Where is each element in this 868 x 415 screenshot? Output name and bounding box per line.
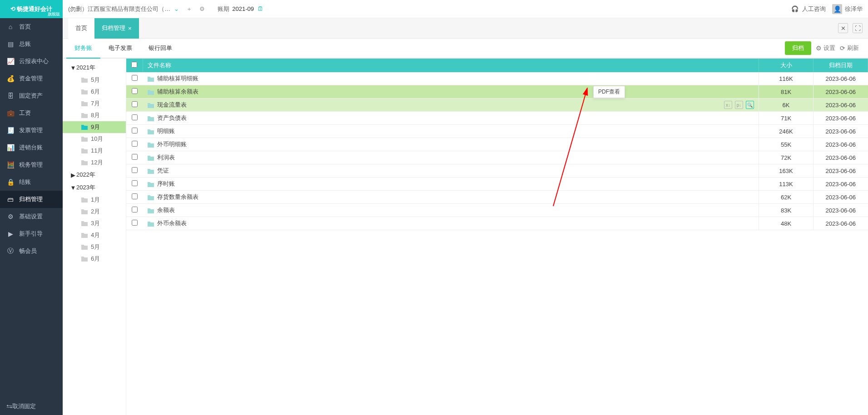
download-pdf-icon[interactable]: p↓ (735, 101, 743, 109)
sidebar-item-invoice[interactable]: 🧾发票管理 (0, 122, 63, 139)
row-checkbox[interactable] (126, 85, 143, 99)
row-checkbox[interactable] (126, 125, 143, 138)
row-checkbox[interactable] (126, 112, 143, 125)
row-checkbox[interactable] (126, 204, 143, 217)
chevron-down-icon[interactable]: ⌄ (174, 5, 179, 12)
tree-month[interactable]: 8月 (63, 109, 126, 121)
user-menu[interactable]: 👤 徐泽华 (832, 4, 863, 14)
table-row[interactable]: 外币余额表48K2023-06-06 (126, 217, 868, 230)
sidebar-item-money[interactable]: 💰资金管理 (0, 70, 63, 87)
tree-month[interactable]: 3月 (63, 217, 126, 229)
tree-month[interactable]: 9月 (63, 121, 126, 133)
header-name[interactable]: 文件名称 (143, 59, 759, 72)
tab-0[interactable]: 首页 (68, 18, 94, 39)
sidebar-item-label: 资金管理 (19, 74, 43, 83)
close-icon[interactable]: × (128, 25, 132, 32)
unpin-button[interactable]: ⮀ 取消固定 (0, 398, 63, 415)
tree-month[interactable]: 5月 (63, 74, 126, 86)
table-row[interactable]: 辅助核算明细账116K2023-06-06 (126, 72, 868, 85)
tree-year[interactable]: ▼2023年 (63, 181, 126, 194)
sidebar-item-ledger[interactable]: ▤总账 (0, 35, 63, 53)
row-name: 外币余额表 (143, 217, 759, 230)
row-checkbox[interactable] (126, 99, 143, 112)
refresh-link[interactable]: ⟳刷新 (840, 44, 859, 52)
folder-icon (81, 100, 88, 107)
sidebar-item-settings[interactable]: ⚙基础设置 (0, 208, 63, 225)
row-checkbox[interactable] (126, 138, 143, 151)
tree-month[interactable]: 4月 (63, 229, 126, 241)
company-selector[interactable]: 江西服宝精品有限责任公司（… (88, 5, 170, 13)
subtab-2[interactable]: 银行回单 (140, 39, 180, 59)
close-book-icon: 🔒 (6, 178, 15, 186)
sidebar-item-label: 首页 (19, 23, 31, 31)
tree-month-label: 9月 (91, 123, 100, 131)
sidebar-item-home[interactable]: ⌂首页 (0, 18, 63, 35)
sidebar-item-inventory[interactable]: 📊进销台账 (0, 139, 63, 156)
download-excel-icon[interactable]: x↓ (724, 101, 732, 109)
pdf-view-icon[interactable]: 🔍 (746, 101, 754, 109)
sidebar-item-close-book[interactable]: 🔒结账 (0, 173, 63, 191)
header-size[interactable]: 大小 (759, 59, 813, 72)
table-row[interactable]: 资产负债表71K2023-06-06 (126, 112, 868, 125)
row-date: 2023-06-06 (813, 72, 868, 85)
table-panel: 文件名称 大小 归档日期 辅助核算明细账116K2023-06-06辅助核算余额… (126, 59, 868, 415)
table-row[interactable]: 存货数量余额表62K2023-06-06 (126, 191, 868, 204)
tree-month[interactable]: 2月 (63, 206, 126, 217)
tree-month-label: 6月 (91, 88, 100, 96)
headset-icon[interactable]: 🎧 (791, 5, 799, 12)
folder-icon (147, 208, 154, 214)
row-checkbox[interactable] (126, 191, 143, 204)
sidebar-item-vip[interactable]: Ⓥ畅会员 (0, 242, 63, 260)
settings-link[interactable]: ⚙设置 (816, 44, 835, 52)
sidebar-item-label: 总账 (19, 40, 31, 48)
tree-year[interactable]: ▶2022年 (63, 168, 126, 181)
subtab-0[interactable]: 财务账 (66, 39, 100, 59)
gear-icon[interactable]: ⚙ (199, 5, 205, 12)
table-row[interactable]: 外币明细账55K2023-06-06 (126, 138, 868, 151)
sidebar-item-guide[interactable]: ▶新手引导 (0, 225, 63, 242)
tree-year[interactable]: ▼2021年 (63, 61, 126, 74)
row-checkbox[interactable] (126, 217, 143, 230)
tree-month[interactable]: 6月 (63, 253, 126, 265)
sidebar-item-salary[interactable]: 💼工资 (0, 104, 63, 122)
archive-button[interactable]: 归档 (785, 41, 811, 55)
tab-1[interactable]: 归档管理× (94, 18, 139, 39)
sidebar-item-label: 基础设置 (19, 212, 43, 221)
fullscreen-button[interactable]: ⛶ (853, 23, 863, 33)
table-row[interactable]: 辅助核算余额表81K2023-06-06 (126, 85, 868, 99)
folder-icon (81, 256, 88, 262)
header-checkbox[interactable] (126, 59, 143, 72)
sidebar-item-asset[interactable]: 🗄固定资产 (0, 87, 63, 104)
subtab-1[interactable]: 电子发票 (100, 39, 140, 59)
sidebar-item-archive[interactable]: 🗃归档管理 (0, 191, 63, 208)
consult-link[interactable]: 人工咨询 (802, 5, 826, 13)
tree-month[interactable]: 5月 (63, 241, 126, 253)
sidebar-item-tax[interactable]: 🧮税务管理 (0, 156, 63, 173)
tree-month[interactable]: 7月 (63, 98, 126, 109)
sidebar-item-chart[interactable]: 📈云报表中心 (0, 53, 63, 70)
row-checkbox[interactable] (126, 72, 143, 85)
row-checkbox[interactable] (126, 151, 143, 164)
row-checkbox[interactable] (126, 178, 143, 191)
tree-month[interactable]: 12月 (63, 157, 126, 168)
header-date[interactable]: 归档日期 (813, 59, 868, 72)
table-row[interactable]: 利润表72K2023-06-06 (126, 151, 868, 164)
row-size: 163K (759, 164, 813, 178)
tree-month[interactable]: 10月 (63, 133, 126, 145)
tree-month[interactable]: 11月 (63, 145, 126, 157)
table-row[interactable]: 明细账246K2023-06-06 (126, 125, 868, 138)
sidebar-item-label: 新手引导 (19, 230, 43, 238)
close-button[interactable]: ✕ (838, 23, 848, 33)
refresh-label: 刷新 (847, 44, 859, 52)
table-row[interactable]: 余额表83K2023-06-06 (126, 204, 868, 217)
tree-month[interactable]: 1月 (63, 194, 126, 206)
table-row[interactable]: 序时账113K2023-06-06 (126, 178, 868, 191)
plus-icon[interactable]: ＋ (186, 5, 192, 13)
period-value[interactable]: 2021-09 (232, 5, 254, 12)
table-row[interactable]: 凭证163K2023-06-06 (126, 164, 868, 178)
money-icon: 💰 (6, 74, 15, 83)
tree-month[interactable]: 6月 (63, 86, 126, 98)
calendar-icon[interactable]: 🗓 (258, 5, 263, 12)
table-row[interactable]: 现金流量表x↓p↓🔍6K2023-06-06 (126, 99, 868, 112)
row-checkbox[interactable] (126, 164, 143, 178)
